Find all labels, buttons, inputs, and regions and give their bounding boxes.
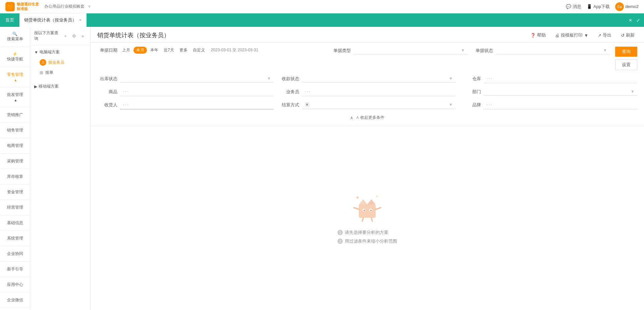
sidebar-item-member[interactable]: 畅会员 — [0, 308, 30, 310]
date-tab-this-month[interactable]: 本月 — [133, 47, 147, 54]
scheme-actions: + ⚙ « — [62, 33, 86, 39]
page-title: 销货单统计表（按业务员） — [97, 31, 170, 39]
sidebar-item-basic[interactable]: 基础信息 — [0, 215, 30, 231]
collapse-filters-button[interactable]: ∧ ∧ 收起更多条件 — [346, 113, 388, 122]
empty-tip-1: 1 请先选择要分析的方案 — [337, 229, 397, 236]
settlement-chevron: ▼ — [449, 102, 453, 107]
retail-expand-icon: ▲ — [14, 78, 17, 82]
query-button[interactable]: 查询 — [615, 47, 637, 57]
window-control-close[interactable]: ✕ — [629, 18, 632, 23]
header-right: 💬 消息 📱 App下载 Ea demo2 — [566, 2, 639, 11]
goods-input[interactable]: ··· — [120, 87, 274, 96]
sidebar-item-wholesale[interactable]: 批发管理 ▲ — [0, 87, 30, 107]
warehouse-label: 仓库 — [461, 76, 481, 82]
message-button[interactable]: 💬 消息 — [566, 4, 581, 10]
salesperson-input[interactable]: ··· — [302, 87, 455, 96]
main-area: 🔍 搜索菜单 ⚡ 快捷导航 零售管理 ▲ 批发管理 ▲ 营销推广 销售管理 电商… — [0, 27, 644, 310]
sidebar-item-marketing[interactable]: 营销推广 — [0, 107, 30, 123]
template-print-button[interactable]: 🖨 按模板打印 ▼ — [552, 31, 591, 40]
empty-illustration: ✦ ✦ — [351, 189, 384, 223]
collapse-icon: ∧ — [350, 115, 353, 120]
refresh-button[interactable]: ↺ 刷新 — [618, 31, 637, 40]
logo-area: 🧡 畅捷通好生意 标准版 — [5, 2, 39, 11]
report-header-actions: ❓ 帮助 🖨 按模板打印 ▼ ↗ 导出 ↺ 刷新 — [528, 31, 637, 40]
date-tab-this-year[interactable]: 本年 — [148, 47, 160, 54]
chevron-right-icon: ▶ — [34, 84, 37, 89]
download-icon: 📱 — [587, 4, 592, 9]
sidebar: 🔍 搜索菜单 ⚡ 快捷导航 零售管理 ▲ 批发管理 ▲ 营销推广 销售管理 电商… — [0, 27, 30, 310]
sidebar-item-quick-nav[interactable]: ⚡ 快捷导航 — [0, 47, 30, 67]
sidebar-item-apps[interactable]: 应用中心 — [0, 277, 30, 293]
outbound-input[interactable]: ▼ — [120, 75, 274, 83]
add-scheme-button[interactable]: + — [62, 33, 69, 39]
sidebar-item-system[interactable]: 系统管理 — [0, 231, 30, 246]
logo-text: 畅捷通好生意 标准版 — [17, 2, 39, 11]
sidebar-item-sales[interactable]: 销售管理 — [0, 123, 30, 138]
doc-status-chevron: ▼ — [603, 48, 607, 53]
empty-tips: 1 请先选择要分析的方案 2 用过滤条件来缩小分析范围 — [337, 229, 397, 247]
sidebar-item-retail[interactable]: 零售管理 ▲ — [0, 67, 30, 87]
scheme-panel-header: 按以下方案查询 + ⚙ « — [30, 27, 90, 45]
svg-rect-0 — [359, 204, 376, 218]
date-range-display: 2023-03-01 至 2023-03-31 — [211, 47, 258, 53]
export-button[interactable]: ↗ 导出 — [595, 31, 614, 40]
payment-input[interactable]: ▼ — [302, 75, 455, 83]
payment-chevron: ▼ — [449, 76, 453, 81]
sidebar-item-enterprise[interactable]: 企业协同 — [0, 246, 30, 262]
brand-label: 品牌 — [461, 102, 481, 108]
warehouse-input[interactable]: ··· — [484, 74, 637, 83]
consignee-input[interactable]: ··· — [120, 100, 274, 109]
date-tabs: 上月 本月 本年 近7天 更多 自定义 — [120, 47, 207, 54]
query-buttons: 查询 设置 — [615, 47, 637, 70]
sidebar-item-operations[interactable]: 经营管理 — [0, 200, 30, 215]
scheme-group-desktop: ▼ 电脑端方案 人 按业务员 ⊞ 按单 — [30, 45, 90, 80]
sidebar-item-newbie[interactable]: 新手引导 — [0, 262, 30, 277]
scheme-panel-title: 按以下方案查询 — [34, 30, 62, 42]
tab-sales-stat[interactable]: 销货单统计表（按业务员） × — [19, 13, 87, 27]
breadcrumb: 办公用品行业模拟账套 — [44, 4, 85, 9]
scheme-group-mobile: ▶ 移动端方案 — [30, 80, 90, 93]
date-tab-last7[interactable]: 近7天 — [162, 47, 176, 54]
scheme-item-by-order[interactable]: ⊞ 按单 — [30, 68, 90, 78]
export-icon: ↗ — [598, 33, 601, 38]
sidebar-item-ecommerce[interactable]: 电商管理 — [0, 138, 30, 154]
tab-home[interactable]: 首页 — [0, 13, 19, 27]
scheme-group-mobile-header[interactable]: ▶ 移动端方案 — [30, 82, 90, 91]
sidebar-item-inventory[interactable]: 库存核算 — [0, 169, 30, 185]
sidebar-item-purchase[interactable]: 采购管理 — [0, 154, 30, 169]
sidebar-item-wechat[interactable]: 企业微信 — [0, 293, 30, 308]
chevron-down-icon: ▼ — [34, 50, 38, 55]
window-control-expand[interactable]: ⤢ — [636, 18, 640, 23]
date-tab-more[interactable]: 更多 — [177, 47, 190, 54]
settings-button[interactable]: 设置 — [615, 59, 637, 70]
tab-expand-icon[interactable]: ✕ ⤢ — [625, 17, 644, 23]
brand-input[interactable]: ··· — [484, 100, 637, 109]
help-button[interactable]: ❓ 帮助 — [528, 31, 548, 40]
svg-line-5 — [354, 208, 359, 209]
user-menu[interactable]: Ea demo2 — [615, 2, 639, 11]
doc-status-input[interactable]: ▼ — [496, 47, 610, 54]
logo-icon: 🧡 — [5, 2, 15, 11]
scheme-group-desktop-header[interactable]: ▼ 电脑端方案 — [30, 47, 90, 57]
settlement-input[interactable]: × ▼ — [302, 101, 455, 109]
sidebar-item-search[interactable]: 🔍 搜索菜单 — [0, 27, 30, 47]
settlement-clear-tag: × — [305, 102, 310, 107]
salesperson-label: 业务员 — [279, 89, 299, 95]
sidebar-item-finance[interactable]: 资金管理 — [0, 185, 30, 200]
date-tab-last-month[interactable]: 上月 — [120, 47, 132, 54]
department-label: 部门 — [461, 89, 481, 95]
app-download-button[interactable]: 📱 App下载 — [587, 4, 610, 10]
settings-scheme-button[interactable]: ⚙ — [71, 33, 77, 39]
scheme-item-by-salesperson[interactable]: 人 按业务员 — [30, 57, 90, 68]
breadcrumb-dropdown-icon[interactable]: ▼ — [87, 4, 92, 9]
department-input[interactable]: ▼ — [484, 88, 637, 96]
doc-type-chevron: ▼ — [461, 48, 465, 53]
date-tab-custom[interactable]: 自定义 — [191, 47, 207, 54]
doc-type-label: 单据类型 — [331, 48, 351, 54]
report-header: 销货单统计表（按业务员） ❓ 帮助 🖨 按模板打印 ▼ ↗ 导出 — [91, 27, 644, 43]
collapse-scheme-button[interactable]: « — [79, 33, 86, 39]
tab-close-icon[interactable]: × — [79, 18, 82, 22]
message-icon: 💬 — [566, 4, 571, 9]
print-dropdown-icon[interactable]: ▼ — [584, 33, 588, 38]
doc-type-input[interactable]: ▼ — [354, 47, 468, 54]
